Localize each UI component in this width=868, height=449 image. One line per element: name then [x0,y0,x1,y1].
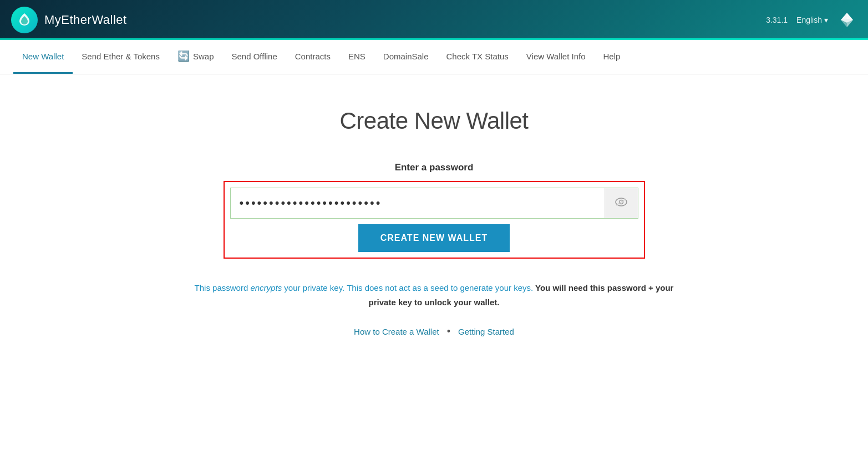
app-header: MyEtherWallet 3.31.1 English ▾ [0,0,868,40]
password-box-highlight: Create New Wallet [224,181,645,259]
nav-label-help: Help [603,52,621,61]
nav-item-check-tx[interactable]: Check TX Status [438,40,517,74]
chevron-down-icon: ▾ [824,16,828,24]
footer-links: How to Create a Wallet • Getting Started [354,326,514,337]
swap-icon: 🔄 [177,50,190,62]
nav-item-domain-sale[interactable]: DomainSale [374,40,438,74]
eye-icon [615,198,627,209]
main-nav: New Wallet Send Ether & Tokens 🔄 Swap Se… [0,40,868,74]
header-right: 3.31.1 English ▾ [766,10,857,30]
language-selector[interactable]: English ▾ [796,16,828,24]
nav-item-view-wallet[interactable]: View Wallet Info [517,40,595,74]
main-content: Create New Wallet Enter a password Cr [0,74,868,449]
nav-item-ens[interactable]: ENS [339,40,374,74]
toggle-password-button[interactable] [605,188,638,218]
password-input-row [230,188,638,219]
nav-item-send-ether[interactable]: Send Ether & Tokens [73,40,169,74]
app-logo [11,7,38,33]
nav-item-new-wallet[interactable]: New Wallet [13,40,73,74]
nav-label-send-offline: Send Offline [231,52,277,61]
nav-item-contracts[interactable]: Contracts [286,40,339,74]
nav-item-help[interactable]: Help [595,40,630,74]
app-title: MyEtherWallet [44,13,127,27]
password-input[interactable] [231,188,605,218]
version-label: 3.31.1 [766,16,788,24]
link-separator: • [447,326,450,337]
svg-marker-3 [847,13,853,20]
info-text-part1: This password [195,283,251,292]
page-title: Create New Wallet [339,108,528,134]
ethereum-icon [837,10,857,30]
nav-label-check-tx: Check TX Status [446,52,509,61]
nav-label-swap: Swap [193,52,214,61]
create-wallet-button[interactable]: Create New Wallet [358,224,510,252]
nav-item-send-offline[interactable]: Send Offline [222,40,286,74]
nav-label-send-ether: Send Ether & Tokens [82,52,160,61]
nav-label-new-wallet: New Wallet [22,52,64,61]
header-left: MyEtherWallet [11,7,127,33]
password-section: Enter a password Create New Wallet [224,162,645,259]
nav-item-swap[interactable]: 🔄 Swap [169,40,223,74]
password-label: Enter a password [395,162,474,173]
svg-marker-4 [841,13,847,20]
info-text-part2: your private key. This does not act as a… [282,283,533,292]
nav-label-contracts: Contracts [295,52,331,61]
how-to-create-link[interactable]: How to Create a Wallet [354,327,439,336]
nav-label-ens: ENS [348,52,366,61]
nav-label-view-wallet: View Wallet Info [526,52,586,61]
nav-label-domain-sale: DomainSale [383,52,429,61]
info-text-italic: encrypts [250,283,282,292]
language-label: English [796,16,822,24]
info-text: This password encrypts your private key.… [185,281,684,309]
getting-started-link[interactable]: Getting Started [458,327,514,336]
